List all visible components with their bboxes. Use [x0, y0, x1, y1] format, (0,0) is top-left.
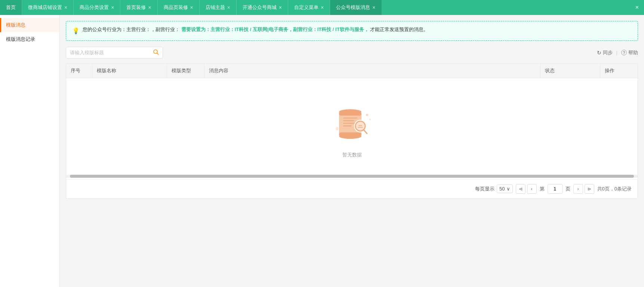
- sidebar-item-template-msg[interactable]: 模版消息: [0, 18, 59, 32]
- per-page-value: 50: [499, 186, 505, 192]
- per-page-select[interactable]: 50 ∨: [497, 184, 512, 193]
- tab-bar: 首页 微商城店铺设置 × 商品分类设置 × 首页装修 × 商品页装修 × 店铺主…: [0, 0, 644, 15]
- pagination: 每页显示 50 ∨ ⊲ ‹ 第 页 › ⊳ 共0页，0条记录: [66, 179, 638, 198]
- sidebar: 模版消息 模版消息记录: [0, 15, 60, 287]
- page-current-input[interactable]: [548, 184, 563, 194]
- search-input[interactable]: [66, 48, 150, 58]
- tab-open-mall[interactable]: 开通公众号商城 ×: [237, 0, 288, 15]
- tab-bar-close-all[interactable]: ×: [630, 0, 644, 15]
- alert-box: 💡 您的公众号行业为：主营行业：，副营行业： 需要设置为：主营行业：IT科技 /…: [66, 21, 638, 41]
- tab-shop-theme-label: 店铺主题: [206, 4, 225, 11]
- page-total: 共0页，0条记录: [597, 186, 632, 192]
- sync-label: 同步: [603, 49, 613, 56]
- per-page-label: 每页显示: [475, 186, 494, 192]
- svg-point-18: [366, 114, 368, 116]
- svg-point-6: [339, 109, 361, 115]
- toolbar: ↻ 同步 | ? 帮助: [66, 47, 638, 59]
- toolbar-divider: |: [616, 50, 617, 55]
- tab-shop-settings-label: 微商城店铺设置: [28, 4, 62, 11]
- search-button[interactable]: [150, 47, 163, 58]
- tab-template-msg[interactable]: 公众号模版消息 ×: [330, 0, 382, 15]
- page-prev-button[interactable]: ‹: [527, 184, 537, 194]
- search-box: [66, 47, 163, 59]
- page-label-di: 第: [540, 186, 545, 192]
- tab-shop-settings[interactable]: 微商城店铺设置 ×: [22, 0, 74, 15]
- help-label: 帮助: [628, 49, 638, 56]
- svg-rect-8: [343, 117, 357, 119]
- tab-custom-menu[interactable]: 自定义菜单 ×: [288, 0, 330, 15]
- tab-template-msg-close[interactable]: ×: [372, 5, 375, 10]
- alert-highlight: 需要设置为：主营行业：IT科技 / 互联网|电子商务，副营行业：IT科技 / I…: [181, 27, 369, 32]
- page-next-button[interactable]: ›: [573, 184, 583, 194]
- table-scrollbar[interactable]: [66, 175, 638, 178]
- tab-open-mall-close[interactable]: ×: [279, 5, 282, 10]
- page-last-button[interactable]: ⊳: [585, 184, 594, 194]
- col-header-name: 模版名称: [92, 64, 167, 78]
- per-page-chevron-icon: ∨: [506, 186, 510, 192]
- alert-prefix: 您的公众号行业为：主营行业：，副营行业：: [83, 27, 180, 32]
- page-label-ye: 页: [566, 186, 570, 192]
- tab-product-decor-close[interactable]: ×: [190, 5, 193, 10]
- sidebar-item-template-msg-record[interactable]: 模版消息记录: [0, 32, 59, 46]
- empty-text: 暂无数据: [342, 152, 362, 158]
- tab-product-decor[interactable]: 商品页装修 ×: [158, 0, 200, 15]
- tab-custom-menu-close[interactable]: ×: [321, 5, 324, 10]
- svg-line-15: [364, 130, 367, 134]
- alert-icon: 💡: [72, 26, 80, 36]
- tab-open-mall-label: 开通公众号商城: [243, 4, 277, 11]
- tab-category-settings[interactable]: 商品分类设置 ×: [74, 0, 120, 15]
- col-header-content: 消息内容: [204, 64, 540, 78]
- page-navigation: ⊲ ‹ 第 页 › ⊳: [516, 184, 594, 194]
- table-header: 序号 模版名称 模版类型 消息内容 状态 操作: [66, 64, 638, 78]
- tab-shop-theme[interactable]: 店铺主题 ×: [200, 0, 237, 15]
- sidebar-item-template-msg-record-label: 模版消息记录: [6, 36, 35, 42]
- data-table: 序号 模版名称 模版类型 消息内容 状态 操作: [66, 63, 638, 199]
- svg-rect-11: [343, 125, 351, 126]
- svg-point-19: [369, 119, 371, 120]
- empty-illustration: [330, 101, 375, 146]
- tab-category-settings-label: 商品分类设置: [80, 4, 109, 11]
- tab-product-decor-label: 商品页装修: [164, 4, 188, 11]
- tab-custom-menu-label: 自定义菜单: [294, 4, 318, 11]
- content-area: 💡 您的公众号行业为：主营行业：，副营行业： 需要设置为：主营行业：IT科技 /…: [60, 15, 644, 287]
- svg-rect-16: [358, 125, 362, 126]
- tab-home[interactable]: 首页: [0, 0, 22, 15]
- tab-template-msg-label: 公众号模版消息: [336, 4, 370, 11]
- col-header-action: 操作: [600, 64, 638, 78]
- empty-state: 暂无数据: [66, 78, 638, 173]
- sync-icon: ↻: [597, 50, 601, 56]
- tab-home-decor-close[interactable]: ×: [148, 5, 151, 10]
- tab-home-decor[interactable]: 首页装修 ×: [120, 0, 157, 15]
- svg-rect-10: [343, 123, 356, 124]
- toolbar-right: ↻ 同步 | ? 帮助: [597, 49, 638, 56]
- page-size-select: 每页显示 50 ∨: [475, 184, 512, 193]
- svg-point-7: [339, 134, 361, 139]
- col-header-seq: 序号: [66, 64, 92, 78]
- scrollbar-thumb[interactable]: [70, 175, 634, 178]
- svg-rect-17: [358, 127, 363, 128]
- help-button[interactable]: ? 帮助: [621, 49, 638, 56]
- sidebar-item-template-msg-label: 模版消息: [6, 22, 25, 28]
- search-icon: [153, 49, 159, 55]
- tab-shop-settings-close[interactable]: ×: [64, 5, 67, 10]
- svg-point-20: [336, 127, 339, 130]
- tab-category-settings-close[interactable]: ×: [111, 5, 114, 10]
- alert-text: 您的公众号行业为：主营行业：，副营行业： 需要设置为：主营行业：IT科技 / 互…: [83, 26, 428, 34]
- svg-rect-9: [343, 120, 354, 121]
- tab-home-decor-label: 首页装修: [126, 4, 146, 11]
- col-header-status: 状态: [540, 64, 600, 78]
- tab-shop-theme-close[interactable]: ×: [227, 5, 230, 10]
- sync-button[interactable]: ↻ 同步: [597, 49, 613, 56]
- main-layout: 模版消息 模版消息记录 💡 您的公众号行业为：主营行业：，副营行业： 需要设置为…: [0, 15, 644, 287]
- page-first-button[interactable]: ⊲: [516, 184, 526, 194]
- tab-home-label: 首页: [6, 4, 16, 11]
- help-icon: ?: [621, 50, 627, 55]
- alert-suffix: 才能正常发送预置的消息。: [370, 27, 428, 32]
- svg-line-1: [157, 53, 158, 55]
- col-header-type: 模版类型: [167, 64, 204, 78]
